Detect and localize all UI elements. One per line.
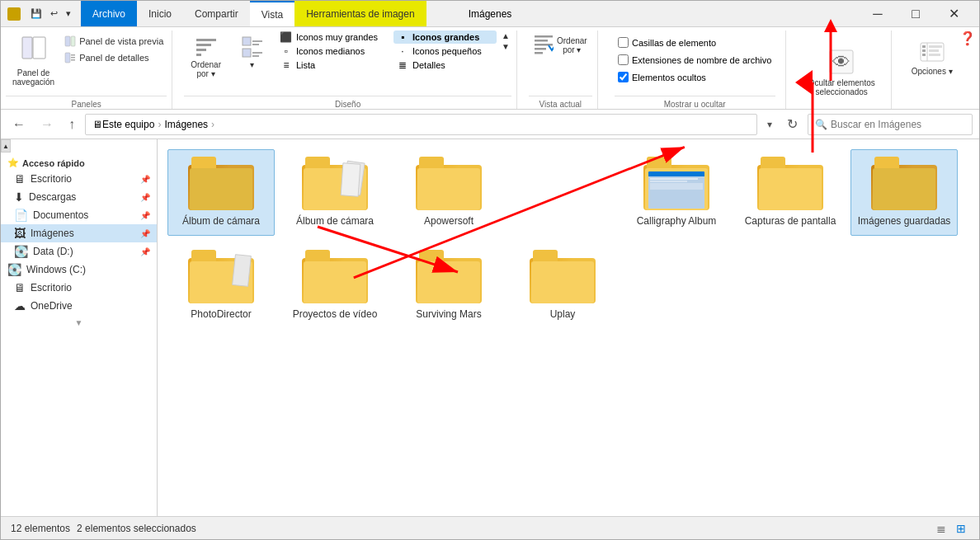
svg-rect-33 (929, 49, 939, 52)
sort-label: Ordenarpor ▾ (191, 60, 221, 78)
sidebar-quickaccess-header[interactable]: ⭐ Acceso rápido (1, 153, 157, 170)
svg-rect-32 (929, 45, 942, 48)
file-item-apowersoft[interactable]: Apowersoft (395, 149, 502, 236)
pin-icon5: 📌 (140, 247, 150, 256)
sort-current-icon (534, 34, 554, 57)
documentos-icon: 📄 (14, 209, 28, 222)
view-item-lista[interactable]: ≡ Lista (277, 59, 380, 72)
options-button[interactable]: Opciones ▾ (905, 34, 959, 81)
file-item-album-camara-1[interactable]: Álbum de cámara (167, 149, 275, 236)
preview-panel-button[interactable]: Panel de vista previa (61, 34, 167, 49)
file-item-uplay[interactable]: Uplay (509, 242, 616, 329)
up-button[interactable]: ↑ (64, 115, 80, 134)
ocultos-checkbox[interactable] (618, 72, 629, 82)
view-item-muy-grandes[interactable]: ⬛ Iconos muy grandes (277, 31, 380, 44)
app-icon (7, 7, 21, 21)
window-title: Imágenes (469, 8, 512, 20)
hide-selected-icon: 👁 (827, 47, 856, 78)
ribbon-group-show-hide: Casillas de elemento Extensiones de nomb… (605, 31, 786, 109)
view-item-medianos[interactable]: ▫ Iconos medianos (277, 45, 380, 58)
escritorio-label: Escritorio (31, 173, 72, 185)
sort-button[interactable]: Ordenarpor ▾ (184, 31, 228, 83)
design-group-label: Diseño (184, 96, 511, 109)
sidebar-item-escritorio1[interactable]: 🖥 Escritorio 📌 (1, 170, 157, 188)
windows-icon: 💽 (7, 263, 21, 276)
sort-current-button[interactable]: Ordenarpor ▾ (529, 31, 592, 60)
details-panel-button[interactable]: Panel de detalles (61, 50, 167, 65)
descargas-icon: ⬇ (14, 190, 24, 204)
sidebar-item-descargas[interactable]: ⬇ Descargas 📌 (1, 188, 157, 206)
view-label: Iconos muy grandes (296, 32, 378, 42)
documentos-label: Documentos (33, 209, 88, 221)
view-icon: ▫ (280, 45, 293, 57)
ocultos-label: Elementos ocultos (632, 73, 706, 82)
group-button[interactable]: ▾ (234, 31, 271, 74)
sidebar-item-windows-c[interactable]: 💽 Windows (C:) (1, 261, 157, 279)
maximize-button[interactable]: □ (897, 1, 935, 27)
view-item-pequeños[interactable]: · Iconos pequeños (393, 45, 497, 58)
quick-access-toolbar: 💾 ↩ ▾ (27, 7, 74, 21)
undo-icon[interactable]: ↩ (47, 7, 61, 21)
checkbox-casillas[interactable]: Casillas de elemento (618, 35, 716, 49)
view-item-grandes[interactable]: ▪ Iconos grandes (393, 31, 497, 44)
pin-icon4: 📌 (140, 229, 150, 238)
sidebar-item-imagenes[interactable]: 🖼 Imágenes 📌 (1, 224, 157, 242)
tab-archivo[interactable]: Archivo (81, 1, 137, 26)
checkbox-extensiones[interactable]: Extensiones de nombre de archivo (618, 53, 771, 67)
nav-panel-button[interactable]: Panel denavegación (6, 31, 61, 92)
search-input[interactable] (831, 119, 965, 130)
file-item-photodirector[interactable]: PhotoDirector (167, 242, 275, 329)
sidebar-item-escritorio2[interactable]: 🖥 Escritorio (1, 279, 157, 297)
file-item-proyectos[interactable]: Proyectos de vídeo (281, 242, 389, 329)
data-icon: 💽 (14, 245, 28, 258)
pin-icon3: 📌 (140, 211, 150, 220)
sidebar-item-onedrive[interactable]: ☁ OneDrive (1, 297, 157, 315)
svg-rect-0 (22, 37, 32, 59)
svg-rect-3 (71, 36, 75, 46)
close-button[interactable]: ✕ (935, 1, 973, 27)
svg-rect-5 (71, 54, 75, 56)
status-icon-view[interactable]: ⊞ (953, 520, 969, 537)
status-details-view[interactable]: ≣ (933, 520, 949, 537)
tab-compartir[interactable]: Compartir (183, 1, 250, 26)
forward-button[interactable]: → (35, 115, 59, 134)
sidebar-item-data[interactable]: 💽 Data (D:) 📌 (1, 242, 157, 261)
dropdown-icon[interactable]: ▾ (63, 7, 74, 21)
scroll-down-btn[interactable]: ▼ (500, 41, 511, 52)
view-item-detalles[interactable]: ≣ Detalles (393, 59, 497, 72)
file-label2: Álbum de cámara (296, 215, 374, 228)
tab-inicio[interactable]: Inicio (137, 1, 183, 26)
search-icon: 🔍 (815, 119, 827, 130)
scroll-up-btn[interactable]: ▲ (500, 31, 511, 41)
back-button[interactable]: ← (7, 115, 31, 134)
sort-icon (195, 35, 218, 60)
file-item-album-camara-2[interactable]: Álbum de cámara (281, 149, 389, 236)
checkbox-ocultos[interactable]: Elementos ocultos (618, 70, 706, 84)
svg-rect-31 (922, 54, 926, 56)
file-item-surviving-mars[interactable]: Surviving Mars (395, 242, 502, 329)
save-icon[interactable]: 💾 (27, 7, 45, 21)
breadcrumb[interactable]: 🖥 Este equipo › Imágenes › (85, 114, 757, 135)
file-item-imagenes-guardadas[interactable]: Imágenes guardadas (850, 149, 958, 236)
descargas-label: Descargas (29, 191, 76, 203)
sidebar-item-documentos[interactable]: 📄 Documentos 📌 (1, 206, 157, 224)
sort-current-label: Ordenarpor ▾ (557, 36, 587, 54)
refresh-button[interactable]: ↻ (782, 115, 803, 134)
tab-vista[interactable]: Vista (250, 1, 294, 26)
file-label-surviving: Surviving Mars (416, 308, 481, 322)
breadcrumb-this-pc: Este equipo (102, 119, 154, 130)
extensiones-checkbox[interactable] (618, 54, 629, 65)
nav-panel-label: Panel denavegación (12, 68, 54, 87)
hide-selected-button[interactable]: 👁 Ocultar elementosseleccionados (802, 42, 882, 101)
folder-icon3 (416, 157, 482, 210)
dropdown-path-button[interactable]: ▾ (762, 117, 777, 132)
minimize-button[interactable]: ─ (859, 1, 897, 27)
tab-herramientas[interactable]: Herramientas de imagen (294, 1, 426, 26)
sidebar-scroll-up[interactable]: ▲ (1, 139, 11, 153)
file-label-proyectos: Proyectos de vídeo (293, 308, 378, 322)
file-item-capturas[interactable]: Capturas de pantalla (737, 149, 844, 236)
view-icon: ≣ (396, 59, 409, 71)
help-button[interactable]: ❓ (959, 31, 976, 46)
casillas-checkbox[interactable] (618, 37, 629, 48)
file-item-calligraphy[interactable]: Calligraphy Album (623, 149, 730, 236)
